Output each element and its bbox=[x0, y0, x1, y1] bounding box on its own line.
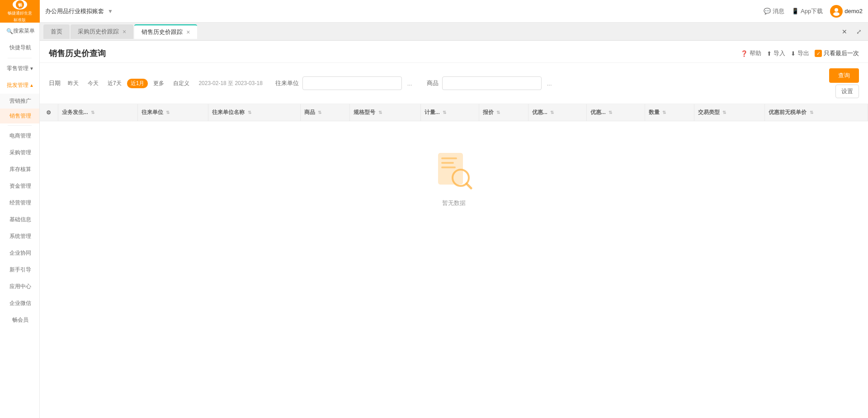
partner-input[interactable] bbox=[302, 76, 402, 90]
query-button[interactable]: 查询 bbox=[829, 68, 859, 83]
help-icon: ❓ bbox=[741, 50, 748, 57]
sidebar-nav: 🔍 搜索菜单 快捷导航 零售管理 ▼ 批发管理 ▲ 营销推广 销售管理 电商管理… bbox=[0, 23, 39, 418]
export-button[interactable]: ⬇ 导出 bbox=[791, 49, 809, 57]
sidebar-wechat-label: 企业微信 bbox=[9, 299, 31, 307]
col-pretax-price[interactable]: 优惠前无税单价 ⇅ bbox=[765, 104, 868, 121]
main-area: 办公用品行业模拟账套 ▼ 💬 消息 📱 App下载 demo2 首页 bbox=[40, 0, 868, 418]
sidebar-appcenter-label: 应用中心 bbox=[9, 283, 31, 290]
sidebar-operation-label: 经营管理 bbox=[9, 199, 31, 207]
col-partner-name[interactable]: 往来单位名称 ⇅ bbox=[208, 104, 301, 121]
maximize-button[interactable]: ⤢ bbox=[854, 26, 864, 37]
date-btn-last7[interactable]: 近7天 bbox=[104, 79, 125, 88]
sidebar-ecommerce-label: 电商管理 bbox=[9, 132, 31, 140]
empty-icon bbox=[431, 148, 476, 194]
help-button[interactable]: ❓ 帮助 bbox=[741, 49, 761, 57]
col-discount1-label: 优惠... bbox=[532, 109, 547, 115]
sidebar-item-system[interactable]: 系统管理 bbox=[0, 228, 39, 245]
app-download-button[interactable]: 📱 App下载 bbox=[792, 7, 823, 15]
sidebar-vip-label: 畅会员 bbox=[12, 316, 28, 324]
sort-goods: ⇅ bbox=[318, 110, 321, 115]
sidebar-cooperation-label: 企业协同 bbox=[9, 249, 31, 257]
date-btn-yesterday[interactable]: 昨天 bbox=[64, 79, 82, 88]
message-button[interactable]: 💬 消息 bbox=[764, 7, 784, 15]
tab-sales-label: 销售历史价跟踪 bbox=[142, 28, 183, 36]
app-download-label: App下载 bbox=[801, 7, 823, 15]
sidebar-item-purchase[interactable]: 采购管理 bbox=[0, 144, 39, 161]
gear-icon[interactable]: ⚙ bbox=[46, 109, 51, 116]
content-area: 销售历史价查询 ❓ 帮助 ⬆ 导入 ⬇ 导出 只看最后一次 bbox=[40, 41, 868, 418]
only-last-checkbox[interactable]: 只看最后一次 bbox=[815, 49, 859, 57]
sidebar-item-wechat[interactable]: 企业微信 bbox=[0, 295, 39, 312]
sidebar-item-wholesale[interactable]: 批发管理 ▲ bbox=[0, 77, 39, 94]
date-btn-last1m[interactable]: 近1月 bbox=[127, 79, 148, 88]
page-title-bar: 销售历史价查询 ❓ 帮助 ⬆ 导入 ⬇ 导出 只看最后一次 bbox=[40, 41, 868, 63]
import-button[interactable]: ⬆ 导入 bbox=[767, 49, 785, 57]
svg-text:畅: 畅 bbox=[18, 3, 22, 7]
tab-purchase-close[interactable]: × bbox=[123, 28, 126, 35]
sort-partner-code: ⇅ bbox=[166, 110, 170, 115]
sidebar-item-cooperation[interactable]: 企业协同 bbox=[0, 245, 39, 261]
sidebar-item-inventory[interactable]: 库存核算 bbox=[0, 161, 39, 178]
col-goods[interactable]: 商品 ⇅ bbox=[301, 104, 350, 121]
sidebar-item-quicknav[interactable]: 快捷导航 bbox=[0, 39, 39, 56]
col-discount2[interactable]: 优惠... ⇅ bbox=[586, 104, 645, 121]
date-label: 日期 bbox=[49, 79, 61, 87]
sidebar-item-basic-info[interactable]: 基础信息 bbox=[0, 211, 39, 228]
col-gear[interactable]: ⚙ bbox=[40, 104, 58, 121]
sidebar-item-guide[interactable]: 新手引导 bbox=[0, 261, 39, 278]
sidebar-item-appcenter[interactable]: 应用中心 bbox=[0, 278, 39, 295]
sidebar-item-search[interactable]: 🔍 搜索菜单 bbox=[0, 23, 39, 39]
goods-input[interactable] bbox=[442, 76, 542, 90]
col-unit[interactable]: 计量... ⇅ bbox=[420, 104, 479, 121]
user-profile[interactable]: demo2 bbox=[830, 5, 863, 18]
chevron-up-icon: ▲ bbox=[29, 83, 34, 88]
sidebar-item-finance[interactable]: 资金管理 bbox=[0, 178, 39, 195]
sidebar-finance-label: 资金管理 bbox=[9, 182, 31, 190]
tab-sales-close[interactable]: × bbox=[186, 29, 190, 35]
goods-ellipsis-btn[interactable]: ... bbox=[545, 80, 554, 87]
filter-row-1: 日期 昨天 今天 近7天 近1月 更多 自定义 2023-02-18 至 202… bbox=[49, 68, 859, 98]
divider1 bbox=[8, 58, 31, 58]
date-btn-more[interactable]: 更多 bbox=[150, 79, 168, 88]
col-price[interactable]: 报价 ⇅ bbox=[479, 104, 528, 121]
partner-ellipsis-btn[interactable]: ... bbox=[406, 80, 414, 87]
col-spec[interactable]: 规格型号 ⇅ bbox=[350, 104, 421, 121]
col-biz-date[interactable]: 业务发生... ⇅ bbox=[58, 104, 137, 121]
sidebar-item-retail[interactable]: 零售管理 ▼ bbox=[0, 60, 39, 77]
sort-discount1: ⇅ bbox=[550, 110, 554, 115]
app-logo[interactable]: 畅 畅捷通好生意 标准版 bbox=[0, 0, 40, 23]
page-title: 销售历史价查询 bbox=[49, 48, 106, 59]
tab-purchase-label: 采购历史价跟踪 bbox=[78, 28, 119, 36]
only-last-label: 只看最后一次 bbox=[824, 49, 859, 57]
date-btn-custom[interactable]: 自定义 bbox=[170, 79, 193, 88]
quicknav-label: 快捷导航 bbox=[9, 44, 31, 52]
date-btn-today[interactable]: 今天 bbox=[84, 79, 102, 88]
date-filter-group: 日期 昨天 今天 近7天 近1月 更多 自定义 2023-02-18 至 202… bbox=[49, 79, 263, 88]
tab-sales-history[interactable]: 销售历史价跟踪 × bbox=[134, 24, 197, 39]
empty-text: 暂无数据 bbox=[442, 199, 466, 207]
col-partner-code[interactable]: 往来单位 ⇅ bbox=[137, 104, 208, 121]
sidebar-item-operation[interactable]: 经营管理 bbox=[0, 195, 39, 211]
sidebar: 畅 畅捷通好生意 标准版 🔍 搜索菜单 快捷导航 零售管理 ▼ 批发管理 ▲ 营… bbox=[0, 0, 40, 418]
sidebar-item-ecommerce[interactable]: 电商管理 bbox=[0, 128, 39, 144]
sidebar-item-marketing[interactable]: 营销推广 bbox=[0, 94, 39, 109]
export-icon: ⬇ bbox=[791, 50, 796, 57]
sidebar-item-vip[interactable]: 畅会员 bbox=[0, 312, 39, 328]
sort-qty: ⇅ bbox=[662, 110, 666, 115]
svg-point-3 bbox=[833, 12, 840, 16]
data-table: ⚙ 业务发生... ⇅ 往来单位 ⇅ 往来单位名称 ⇅ bbox=[40, 104, 868, 121]
svg-line-9 bbox=[467, 184, 471, 188]
export-label: 导出 bbox=[797, 49, 809, 57]
col-discount1[interactable]: 优惠... ⇅ bbox=[528, 104, 586, 121]
sidebar-item-sales-mgmt[interactable]: 销售管理 bbox=[0, 109, 39, 124]
col-qty[interactable]: 数量 ⇅ bbox=[645, 104, 694, 121]
checkbox-checked-icon bbox=[815, 50, 822, 57]
header-left: 办公用品行业模拟账套 ▼ bbox=[45, 7, 113, 15]
tab-home[interactable]: 首页 bbox=[43, 24, 70, 39]
svg-point-2 bbox=[835, 8, 838, 12]
tab-purchase-history[interactable]: 采购历史价跟踪 × bbox=[71, 24, 133, 39]
settings-button[interactable]: 设置 bbox=[835, 85, 859, 98]
col-trade-type[interactable]: 交易类型 ⇅ bbox=[694, 104, 765, 121]
partner-filter-group: 往来单位 ... bbox=[275, 76, 414, 90]
close-all-button[interactable]: ✕ bbox=[839, 26, 850, 37]
